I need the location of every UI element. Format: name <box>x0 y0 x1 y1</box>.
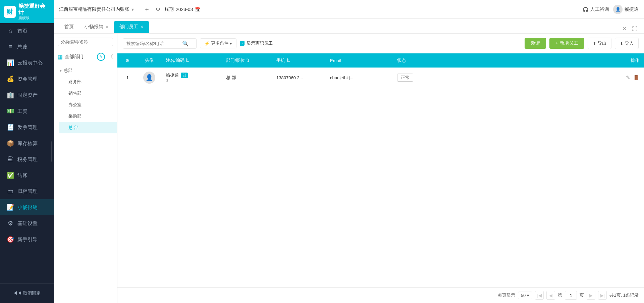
col-header-avatar: 头像 <box>138 53 161 68</box>
next-page-button[interactable]: ▶ <box>587 291 595 300</box>
employee-table-container: ⚙ 头像 姓名/编码 ⇅ 部门/职位 ⇅ 手机 ⇅ Email <box>117 53 644 287</box>
sidebar-item-archive[interactable]: 🗃 归档管理 <box>0 183 54 199</box>
add-book-button[interactable]: ＋ <box>142 5 152 14</box>
dept-parent-general-label: 总部 <box>64 68 72 74</box>
dept-item-sales[interactable]: 销售部 <box>59 88 117 99</box>
maximize-window-button[interactable]: ⛶ <box>631 25 639 33</box>
sidebar-item-settle[interactable]: ✅ 结账 <box>0 167 54 183</box>
support-button[interactable]: 🎧 人工咨询 <box>583 6 609 12</box>
import-label: 导入 <box>625 40 634 46</box>
col-header-name[interactable]: 姓名/编码 ⇅ <box>161 53 221 68</box>
sidebar-item-label-salary: 工资 <box>17 108 28 115</box>
sidebar-item-label-expense: 小畅报销 <box>17 204 38 211</box>
assets-icon: 🏢 <box>7 91 14 99</box>
sidebar-item-guide[interactable]: 🎯 新手引导 <box>0 231 54 248</box>
close-window-button[interactable]: ✕ <box>621 24 628 33</box>
export-button[interactable]: ⬆ 导出 <box>588 38 611 49</box>
basic-icon: ⚙ <box>7 220 14 227</box>
logout-employee-button[interactable]: 🚪 <box>633 75 639 81</box>
import-button[interactable]: ⬇ 导入 <box>615 38 639 49</box>
filter-chevron-icon: ▾ <box>230 41 232 46</box>
sidebar-item-basic[interactable]: ⚙ 基础设置 <box>0 215 54 231</box>
main-area: 江西服宝精品有限责任公司内账张 ▾ ＋ ⚙ 账期 2023-03 📅 🎧 人工咨… <box>54 0 644 303</box>
tab-expense-close-icon[interactable]: ✕ <box>105 25 109 29</box>
calendar-icon[interactable]: 📅 <box>195 7 201 12</box>
dept-item-purchase[interactable]: 采购部 <box>59 111 117 122</box>
total-records-label: 共1页, 1条记录 <box>609 292 639 298</box>
sidebar-item-label-guide: 新手引导 <box>17 236 38 243</box>
employee-search-input[interactable] <box>126 41 180 46</box>
sidebar-item-expense[interactable]: 📝 小畅报销 <box>0 199 54 215</box>
topbar: 江西服宝精品有限责任公司内账张 ▾ ＋ ⚙ 账期 2023-03 📅 🎧 人工咨… <box>54 0 644 19</box>
inventory-icon: 📦 <box>7 140 14 147</box>
period-label: 账期 <box>164 6 174 12</box>
tab-home[interactable]: 首页 <box>59 21 79 33</box>
logo-title: 畅捷通好会计 <box>18 3 50 15</box>
employee-search-icon[interactable]: 🔍 <box>182 40 189 47</box>
dept-item-office[interactable]: 办公室 <box>59 99 117 111</box>
employee-name: 畅捷通 <box>166 72 179 78</box>
sidebar-item-ledger[interactable]: ≡ 总账 <box>0 39 54 55</box>
tab-department-close-icon[interactable]: ✕ <box>140 25 144 29</box>
dept-badge: 部 <box>181 73 188 78</box>
sidebar-item-home[interactable]: ⌂ 首页 <box>0 23 54 39</box>
tab-expense-label: 小畅报销 <box>85 24 103 30</box>
scroll-indicator <box>51 141 52 162</box>
last-page-button[interactable]: ▶| <box>598 291 607 300</box>
invite-button[interactable]: 邀请 <box>525 38 546 49</box>
employee-search-box[interactable]: 🔍 <box>123 38 197 49</box>
tab-home-label: 首页 <box>64 24 74 30</box>
dept-item-general-hq[interactable]: 总 部 <box>59 122 117 133</box>
show-resigned-checkbox[interactable]: ✓ <box>240 41 245 46</box>
dept-search-box[interactable]: 🔍 <box>58 38 113 46</box>
show-resigned-checkbox-label[interactable]: ✓ 显示离职员工 <box>240 40 273 46</box>
cancel-fix-button[interactable]: ◀◀ 取消固定 <box>0 288 54 299</box>
col-header-phone[interactable]: 手机 ⇅ <box>272 53 325 68</box>
sidebar-item-label-ledger: 总账 <box>17 44 28 50</box>
page-size-value: 50 <box>521 293 526 298</box>
sidebar-item-label-settle: 结账 <box>17 172 28 179</box>
col-header-email: Email <box>325 53 392 68</box>
all-dept-header[interactable]: ▦ 全部部门 ✎ 《 <box>54 50 117 63</box>
sidebar-item-invoice[interactable]: 🧾 发票管理 <box>0 119 54 135</box>
page-size-select[interactable]: 50 ▾ <box>518 292 532 299</box>
sidebar-item-fund[interactable]: 💰 资金管理 <box>0 71 54 87</box>
sidebar-item-label-invoice: 发票管理 <box>17 124 38 131</box>
dept-edit-button[interactable]: ✎ <box>97 53 105 61</box>
more-filter-button[interactable]: ⚡ 更多条件 ▾ <box>200 38 236 48</box>
prev-page-button[interactable]: ◀ <box>546 291 555 300</box>
dept-group-general: 财务部 销售部 办公室 采购部 总 部 <box>54 76 117 133</box>
edit-employee-button[interactable]: ✎ <box>626 75 630 81</box>
col-header-settings[interactable]: ⚙ <box>117 53 138 68</box>
add-employee-button[interactable]: + 新增员工 <box>549 38 584 49</box>
sidebar-item-tax[interactable]: 🏛 税务管理 <box>0 152 54 167</box>
company-selector[interactable]: 江西服宝精品有限责任公司内账张 ▾ <box>59 6 134 12</box>
tab-department[interactable]: 部门员工 ✕ <box>114 21 149 33</box>
first-page-button[interactable]: |◀ <box>535 291 544 300</box>
sidebar-item-reports[interactable]: 📊 云报表中心 <box>0 55 54 71</box>
dept-tree: ▼ 总部 财务部 销售部 办公室 采购部 总 部 <box>54 63 117 135</box>
tax-icon: 🏛 <box>7 156 14 163</box>
sidebar-item-label-home: 首页 <box>17 28 28 34</box>
support-label: 人工咨询 <box>590 6 609 12</box>
settings-button[interactable]: ⚙ <box>156 6 160 12</box>
salary-icon: 💵 <box>7 107 14 115</box>
sidebar-item-salary[interactable]: 💵 工资 <box>0 103 54 119</box>
sidebar-item-label-fund: 资金管理 <box>17 76 38 82</box>
sidebar-item-inventory[interactable]: 📦 库存核算 <box>0 135 54 152</box>
page-number-input[interactable] <box>565 291 577 300</box>
dept-collapse-button[interactable]: 《 <box>108 54 113 60</box>
arrow-down-icon: ▼ <box>59 69 62 73</box>
dept-search-input[interactable] <box>61 39 117 44</box>
name-badge: 畅捷通 部 <box>166 72 188 78</box>
export-label: 导出 <box>598 40 606 46</box>
col-header-dept[interactable]: 部门/职位 ⇅ <box>221 53 272 68</box>
dept-parent-general[interactable]: ▼ 总部 <box>54 65 117 76</box>
logo-subtitle: 旗舰版 <box>18 15 50 20</box>
tab-expense[interactable]: 小畅报销 ✕ <box>79 21 114 33</box>
dept-item-finance[interactable]: 财务部 <box>59 76 117 88</box>
topbar-divider-1 <box>138 6 138 13</box>
user-menu[interactable]: 👤 畅捷通 <box>613 5 639 14</box>
sidebar-item-assets[interactable]: 🏢 固定资产 <box>0 87 54 103</box>
ledger-icon: ≡ <box>7 43 14 50</box>
